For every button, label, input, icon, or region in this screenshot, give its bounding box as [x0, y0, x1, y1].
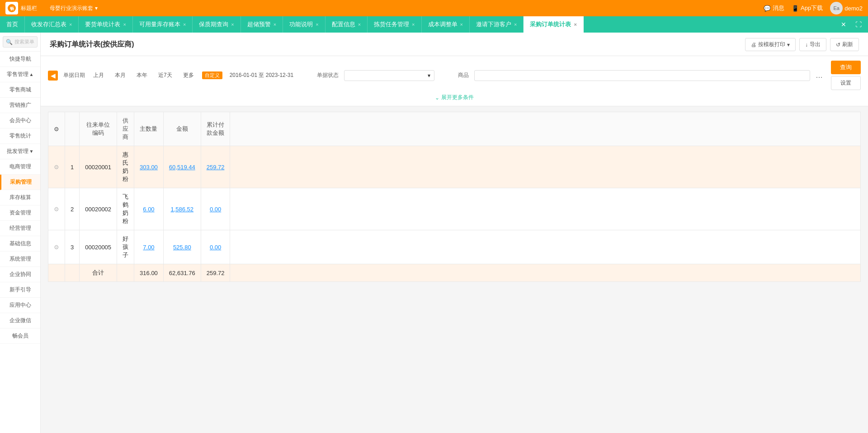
- row-paid-amount[interactable]: 0.00: [201, 188, 230, 230]
- row-amount[interactable]: 60,519.44: [163, 146, 201, 188]
- close-icon[interactable]: ×: [231, 22, 234, 27]
- sidebar-item-retailshop[interactable]: 零售商城: [0, 82, 40, 98]
- tab-peizhi-label: 配置信息: [332, 20, 355, 29]
- tab-home[interactable]: 首页: [0, 16, 25, 33]
- page-title-row: 采购订单统计表(按供应商) 🖨 按模板打印 ▾ ↓ 导出 ↺ 刷新: [50, 38, 859, 56]
- row-paid-amount[interactable]: 259.72: [201, 146, 230, 188]
- gear-icon[interactable]: ⚙: [54, 126, 59, 133]
- tab-gongneng[interactable]: 功能说明 ×: [283, 16, 325, 33]
- row-paid-amount[interactable]: 0.00: [201, 230, 230, 264]
- sidebar-item-vip[interactable]: 畅会员: [0, 328, 40, 344]
- data-table: ⚙ 往来单位编码 供应商 主数量 金额 累计付款金额 ⚙ 1 00020001: [48, 112, 861, 282]
- sidebar-item-operation[interactable]: 经营管理: [0, 221, 40, 236]
- close-icon[interactable]: ×: [412, 22, 415, 27]
- tab-peizhi[interactable]: 配置信息 ×: [326, 16, 368, 33]
- close-icon[interactable]: ×: [123, 22, 126, 27]
- shortcut-7days[interactable]: 近7天: [156, 71, 175, 80]
- tab-chaochuyujing[interactable]: 超储预警 ×: [241, 16, 283, 33]
- expand-more-btn[interactable]: ⌄ 展开更多条件: [435, 94, 474, 101]
- page-title: 采购订单统计表(按供应商): [50, 40, 134, 49]
- user-area[interactable]: Ea demo2: [830, 2, 863, 14]
- sidebar-item-basic[interactable]: 基础信息: [0, 236, 40, 252]
- toggle-filter-btn[interactable]: ◀: [48, 71, 58, 81]
- close-icon[interactable]: ×: [316, 22, 318, 27]
- close-icon[interactable]: ×: [358, 22, 361, 27]
- shortcut-more[interactable]: 更多: [180, 71, 197, 80]
- shortcut-this-month[interactable]: 本月: [112, 71, 128, 80]
- sidebar-item-inventory[interactable]: 库存核算: [0, 190, 40, 205]
- logo-text: 标题栏: [21, 5, 37, 12]
- sidebar-item-retail-label: 零售管理: [7, 71, 28, 78]
- goods-filter-label: 商品: [458, 71, 469, 79]
- workspace-chevron: ▾: [95, 5, 98, 11]
- row-code: 00020002: [80, 188, 117, 230]
- tab-caigou[interactable]: 采购订单统计表 ×: [524, 16, 583, 33]
- tab-baozhi[interactable]: 保质期查询 ×: [193, 16, 241, 33]
- search-box[interactable]: 🔍 搜索菜单: [3, 36, 38, 48]
- message-btn[interactable]: 💬 消息: [764, 4, 784, 12]
- sidebar-item-enterprise[interactable]: 企业协同: [0, 267, 40, 282]
- tab-close-all-btn[interactable]: ✕: [838, 20, 849, 29]
- gear-icon[interactable]: ⚙: [54, 244, 59, 251]
- row-amount[interactable]: 1,586.52: [163, 188, 201, 230]
- close-icon[interactable]: ×: [69, 22, 72, 27]
- export-icon: ↓: [805, 42, 808, 48]
- row-gear[interactable]: ⚙: [48, 146, 65, 188]
- sidebar-item-marketing[interactable]: 营销推广: [0, 98, 40, 113]
- sidebar-item-quicknav[interactable]: 快捷导航: [0, 52, 40, 67]
- row-qty[interactable]: 303.00: [134, 146, 164, 188]
- row-gear[interactable]: ⚙: [48, 188, 65, 230]
- workspace-selector[interactable]: 母婴行业演示账套 ▾: [50, 5, 98, 12]
- sidebar-item-corpwechat[interactable]: 企业微信: [0, 313, 40, 328]
- close-icon[interactable]: ×: [460, 22, 463, 27]
- tab-maximize-btn[interactable]: ⛶: [853, 20, 864, 29]
- sidebar-search-area[interactable]: 🔍 搜索菜单: [0, 33, 40, 52]
- custom-date-badge[interactable]: 自定义: [202, 71, 222, 79]
- chevron-down-icon: ▼: [29, 149, 34, 154]
- row-gear[interactable]: ⚙: [48, 230, 65, 264]
- sidebar-item-retail[interactable]: 零售管理 ▲: [0, 67, 40, 82]
- tab-keyongliang[interactable]: 可用量库存账本 ×: [133, 16, 193, 33]
- export-btn[interactable]: ↓ 导出: [799, 38, 826, 51]
- app-download-btn[interactable]: 📱 App下载: [792, 4, 823, 12]
- close-icon[interactable]: ×: [274, 22, 276, 27]
- gear-icon[interactable]: ⚙: [54, 206, 59, 213]
- sidebar-item-retailstat[interactable]: 零售统计: [0, 128, 40, 144]
- sidebar-item-appcenter[interactable]: 应用中心: [0, 298, 40, 313]
- status-select[interactable]: ▾: [344, 70, 434, 81]
- setting-btn[interactable]: 设置: [831, 76, 861, 90]
- tab-caigou-label: 采购订单统计表: [530, 20, 571, 29]
- shortcut-this-year[interactable]: 本年: [134, 71, 150, 80]
- close-icon[interactable]: ×: [183, 22, 186, 27]
- refresh-btn[interactable]: ↺ 刷新: [830, 38, 859, 51]
- tab-yaohuo[interactable]: 要货单统计表 ×: [79, 16, 132, 33]
- sidebar-item-newguide[interactable]: 新手引导: [0, 282, 40, 298]
- row-amount[interactable]: 525.80: [163, 230, 201, 264]
- close-icon[interactable]: ×: [514, 22, 517, 27]
- sidebar-item-finance[interactable]: 资金管理: [0, 205, 40, 221]
- row-qty[interactable]: 6.00: [134, 188, 164, 230]
- sidebar-item-system[interactable]: 系统管理: [0, 252, 40, 267]
- sidebar-item-pifa-label: 批发管理: [7, 148, 28, 155]
- sidebar-item-member[interactable]: 会员中心: [0, 113, 40, 128]
- row-qty[interactable]: 7.00: [134, 230, 164, 264]
- sidebar-item-ecom[interactable]: 电商管理: [0, 159, 40, 175]
- shortcut-last-month[interactable]: 上月: [90, 71, 107, 80]
- sidebar-item-purchase[interactable]: 采购管理: [0, 175, 40, 190]
- chevron-up-icon: ▲: [29, 72, 34, 77]
- gear-icon[interactable]: ⚙: [54, 164, 59, 171]
- query-btn-area: 查询 设置: [831, 61, 861, 90]
- template-print-btn[interactable]: 🖨 按模板打印 ▾: [745, 38, 796, 51]
- tab-shoufa[interactable]: 收发存汇总表 ×: [25, 16, 79, 33]
- sidebar-item-pifa[interactable]: 批发管理 ▼: [0, 144, 40, 159]
- goods-filter-input[interactable]: [474, 70, 810, 81]
- close-icon[interactable]: ×: [574, 22, 576, 27]
- query-btn[interactable]: 查询: [831, 61, 861, 74]
- top-bar-left: 畅 标题栏 母婴行业演示账套 ▾: [5, 2, 98, 14]
- tab-pihuo[interactable]: 拣货任务管理 ×: [368, 16, 421, 33]
- tab-chengben[interactable]: 成本调整单 ×: [422, 16, 470, 33]
- row-supplier: 好孩子: [117, 230, 134, 264]
- goods-more-btn[interactable]: …: [813, 71, 826, 81]
- tab-yaoqing[interactable]: 邀请下游客户 ×: [470, 16, 524, 33]
- top-bar: 畅 标题栏 母婴行业演示账套 ▾ 💬 消息 📱 App下载 Ea demo2: [0, 0, 868, 16]
